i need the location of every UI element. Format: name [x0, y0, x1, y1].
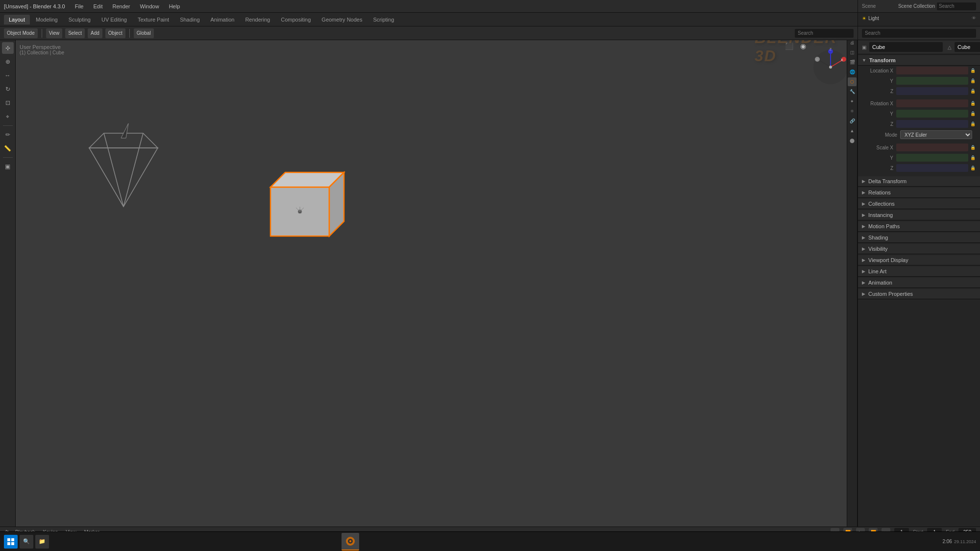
- search-input[interactable]: [795, 29, 854, 38]
- obj-icon: ▣: [862, 45, 866, 50]
- rotation-mode-select[interactable]: XYZ Euler XZY Euler YXZ Euler YZX Euler …: [900, 130, 972, 139]
- menu-window[interactable]: Window: [138, 2, 161, 10]
- tab-compositing[interactable]: Compositing: [276, 15, 316, 24]
- motion-paths-arrow: ▶: [862, 224, 865, 229]
- select-menu[interactable]: Select: [65, 28, 85, 38]
- location-y-lock[interactable]: 🔒: [969, 77, 976, 84]
- tool-rotate[interactable]: ↻: [2, 83, 14, 95]
- header-toolbar: Object Mode View Select Add Object Globa…: [0, 26, 858, 40]
- delta-transform-section[interactable]: ▶ Delta Transform: [858, 176, 980, 187]
- motion-paths-label: Motion Paths: [868, 223, 900, 229]
- camera-wireframe: [74, 123, 182, 221]
- mesh-name-input[interactable]: [955, 42, 980, 52]
- instancing-label: Instancing: [868, 212, 893, 218]
- tab-modeling[interactable]: Modeling: [31, 15, 63, 24]
- rotation-y-input[interactable]: 0°: [896, 110, 968, 118]
- line-art-section[interactable]: ▶ Line Art: [858, 266, 980, 277]
- location-z-input[interactable]: 0 m: [896, 87, 968, 95]
- props-tab-scene[interactable]: 🎬: [848, 58, 857, 67]
- properties-header: [858, 26, 980, 40]
- viewport-3d[interactable]: X Y Z User Perspective (1) Collection | …: [16, 40, 858, 527]
- start-button[interactable]: [4, 535, 18, 549]
- tool-cursor-alt[interactable]: ⊕: [2, 56, 14, 68]
- custom-properties-section[interactable]: ▶ Custom Properties: [858, 289, 980, 299]
- scale-y-input[interactable]: 1.000: [896, 154, 968, 162]
- collections-section[interactable]: ▶ Collections: [858, 199, 980, 209]
- tab-uv-editing[interactable]: UV Editing: [97, 15, 132, 24]
- tool-annotate[interactable]: ✏: [2, 129, 14, 141]
- tab-shading[interactable]: Shading: [175, 15, 204, 24]
- object-name-input[interactable]: [869, 42, 943, 52]
- scene-label: Scene: [862, 3, 896, 9]
- tab-texture-paint[interactable]: Texture Paint: [133, 15, 174, 24]
- svg-point-39: [349, 540, 351, 542]
- scale-x-lock[interactable]: 🔒: [969, 144, 976, 151]
- location-x-input[interactable]: 0 m: [896, 67, 968, 74]
- tab-layout[interactable]: Layout: [4, 15, 30, 24]
- cube-3d[interactable]: [251, 158, 349, 257]
- scale-x-row: Scale X 1.000 🔒: [862, 143, 976, 152]
- props-tab-particles[interactable]: ✦: [848, 97, 857, 106]
- instancing-arrow: ▶: [862, 213, 865, 217]
- menu-help[interactable]: Help: [167, 2, 182, 10]
- properties-search[interactable]: [862, 29, 976, 38]
- menu-edit[interactable]: Edit: [91, 2, 104, 10]
- rotation-z-lock[interactable]: 🔒: [969, 120, 976, 127]
- motion-paths-section[interactable]: ▶ Motion Paths: [858, 221, 980, 232]
- rotation-z-input[interactable]: 0°: [896, 120, 968, 128]
- tab-geometry-nodes[interactable]: Geometry Nodes: [317, 15, 367, 24]
- tool-measure[interactable]: 📏: [2, 143, 14, 154]
- scale-y-lock[interactable]: 🔒: [969, 154, 976, 161]
- location-z-lock[interactable]: 🔒: [969, 88, 976, 95]
- visibility-section[interactable]: ▶ Visibility: [858, 244, 980, 254]
- rotation-y-lock[interactable]: 🔒: [969, 110, 976, 117]
- menu-file[interactable]: File: [73, 2, 86, 10]
- mode-selector[interactable]: Object Mode: [4, 28, 38, 38]
- tool-move[interactable]: ↔: [2, 70, 14, 81]
- tab-sculpting[interactable]: Sculpting: [64, 15, 96, 24]
- tool-add-primitive[interactable]: ▣: [2, 161, 14, 172]
- animation-section[interactable]: ▶ Animation: [858, 278, 980, 288]
- rotation-x-lock[interactable]: 🔒: [969, 100, 976, 107]
- props-tab-material[interactable]: ⬤: [848, 136, 857, 145]
- scale-z-lock[interactable]: 🔒: [969, 165, 976, 171]
- collections-label: Collections: [868, 201, 895, 207]
- viewport-display-label: Viewport Display: [868, 257, 908, 263]
- add-menu[interactable]: Add: [88, 28, 102, 38]
- outliner-search[interactable]: [937, 2, 976, 10]
- view-menu[interactable]: View: [46, 28, 63, 38]
- scale-x-input[interactable]: 1.000: [896, 144, 968, 151]
- props-tab-object[interactable]: ⬡: [848, 77, 857, 86]
- props-tab-world[interactable]: 🌐: [848, 68, 857, 76]
- relations-section[interactable]: ▶ Relations: [858, 188, 980, 198]
- tool-cursor[interactable]: ⊹: [2, 42, 14, 54]
- taskbar-search[interactable]: 🔍: [20, 535, 33, 549]
- props-tab-view-layer[interactable]: ◫: [848, 48, 857, 57]
- rotation-x-input[interactable]: 0°: [896, 99, 968, 107]
- tool-transform[interactable]: ⌖: [2, 111, 14, 122]
- instancing-section[interactable]: ▶ Instancing: [858, 210, 980, 220]
- props-tab-data[interactable]: ▲: [848, 126, 857, 135]
- location-y-input[interactable]: 0 m: [896, 77, 968, 85]
- taskbar-file-explorer[interactable]: 📁: [35, 535, 49, 549]
- rotation-y-row: Y 0° 🔒: [862, 109, 976, 119]
- props-tab-physics[interactable]: ⚛: [848, 107, 857, 116]
- tool-scale[interactable]: ⊡: [2, 97, 14, 109]
- taskbar-blender[interactable]: [342, 533, 359, 551]
- props-tab-modifiers[interactable]: 🔧: [848, 87, 857, 96]
- outliner-light-item[interactable]: ☀ Light 👁: [858, 13, 980, 24]
- location-x-lock[interactable]: 🔒: [969, 67, 976, 74]
- scale-z-input[interactable]: 1.000: [896, 164, 968, 172]
- object-menu[interactable]: Object: [105, 28, 125, 38]
- menu-render[interactable]: Render: [110, 2, 132, 10]
- viewport-display-section[interactable]: ▶ Viewport Display: [858, 255, 980, 265]
- transform-global[interactable]: Global: [134, 28, 154, 38]
- tab-rendering[interactable]: Rendering: [240, 15, 275, 24]
- svg-rect-33: [7, 538, 10, 541]
- transform-section-header[interactable]: ▼ Transform: [858, 55, 980, 66]
- props-tab-constraints[interactable]: 🔗: [848, 117, 857, 125]
- divider-2: [129, 29, 130, 38]
- tab-scripting[interactable]: Scripting: [368, 15, 399, 24]
- tab-animation[interactable]: Animation: [206, 15, 240, 24]
- shading-section[interactable]: ▶ Shading: [858, 233, 980, 243]
